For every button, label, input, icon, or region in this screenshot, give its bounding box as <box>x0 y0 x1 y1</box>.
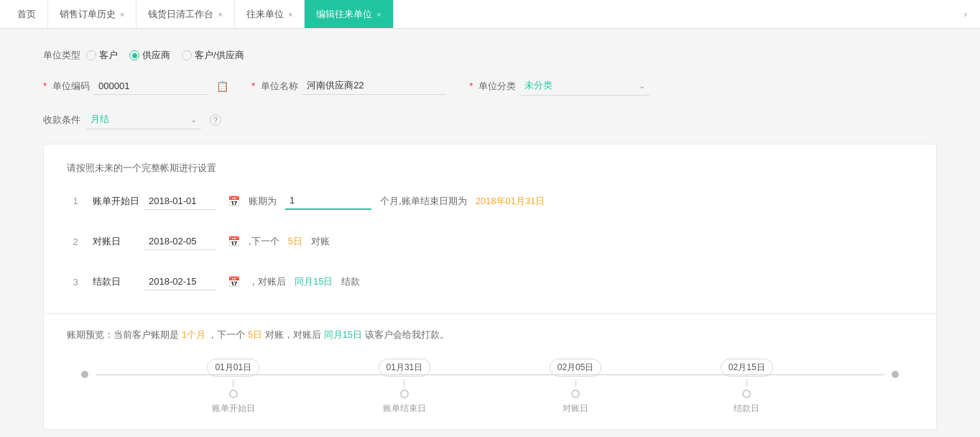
timeline-start-dot <box>81 371 88 378</box>
timeline-circle-2 <box>400 390 409 398</box>
settings-box-title: 请按照未来的一个完整帐期进行设置 <box>67 162 913 175</box>
unit-code-label: 单位编码 <box>52 80 90 93</box>
field-label-3: 结款日 <box>93 275 136 288</box>
preview-text: 账期预览：当前客户账期是 1个月 ，下一个 5日 对账，对账后 同月15日 该客… <box>67 328 913 341</box>
reconcile-date-calendar-icon[interactable]: 📅 <box>228 236 240 247</box>
unit-name-group: * 单位名称 <box>251 78 446 95</box>
radio-customer-supplier[interactable]: 客户/供应商 <box>182 49 244 62</box>
radio-customer-supplier-label: 客户/供应商 <box>195 49 244 62</box>
unit-type-label: 单位类型 <box>43 49 80 62</box>
period-value-input[interactable] <box>285 192 371 210</box>
payment-condition-row: 收款条件 月结 ⌄ ? <box>43 110 937 129</box>
payment-day-highlight: 同月15日 <box>295 275 333 288</box>
timeline-label-4: 结款日 <box>734 402 759 415</box>
period-end-date: 2018年01月31日 <box>476 195 545 208</box>
tab-partner-label: 往来单位 <box>246 8 284 21</box>
payment-condition-label: 收款条件 <box>43 114 80 126</box>
payment-condition-select[interactable]: 月结 ⌄ <box>86 110 201 129</box>
tab-home[interactable]: 首页 <box>6 0 48 28</box>
tab-sales-history[interactable]: 销售订单历史 × <box>48 0 137 28</box>
radio-customer-label: 客户 <box>99 49 118 62</box>
reconcile-date-input[interactable] <box>144 233 216 250</box>
tab-edit-partner-close[interactable]: × <box>376 10 381 19</box>
preview-middle1: ，下一个 <box>208 329 245 340</box>
timeline-items: 01月01日 账单开始日 01月31日 账单结束日 02月05日 <box>81 359 899 415</box>
main-content: 单位类型 客户 供应商 客户/供应商 * 单位编码 📋 * 单位名称 <box>0 29 980 437</box>
unit-category-value: 未分类 <box>524 79 634 92</box>
preview-middle2: 对账，对账后 <box>265 329 321 340</box>
preview-suffix: 该客户会给我打款。 <box>365 329 449 340</box>
tab-edit-partner[interactable]: 编辑往来单位 × <box>305 0 393 28</box>
tab-cash-work[interactable]: 钱货日清工作台 × <box>137 0 234 28</box>
radio-supplier-label: 供应商 <box>142 49 170 62</box>
timeline-start-circle <box>81 371 88 378</box>
payment-condition-arrow: ⌄ <box>190 115 197 124</box>
unit-type-row: 单位类型 客户 供应商 客户/供应商 <box>43 49 937 62</box>
field-label-2: 对账日 <box>93 235 136 248</box>
unit-code-group: * 单位编码 📋 <box>43 78 228 95</box>
timeline-node-2: 01月31日 账单结束日 <box>379 359 431 415</box>
settings-box: 请按照未来的一个完整帐期进行设置 1 账单开始日 📅 账期为 个月,账单结束日期… <box>43 144 937 314</box>
row-number-1: 1 <box>67 196 84 206</box>
payment-desc-suffix: 结款 <box>341 275 360 288</box>
setting-row-1: 1 账单开始日 📅 账期为 个月,账单结束日期为 2018年01月31日 <box>67 192 913 210</box>
unit-name-label: 单位名称 <box>261 80 298 93</box>
reconcile-desc-prefix: ,下一个 <box>249 235 279 248</box>
timeline-end-dot <box>892 371 899 378</box>
unit-category-label: 单位分类 <box>479 80 516 93</box>
unit-info-row: * 单位编码 📋 * 单位名称 * 单位分类 未分类 ⌄ <box>43 76 937 96</box>
setting-row-2: 2 对账日 📅 ,下一个 5日 对账 <box>67 233 913 250</box>
timeline-node-4: 02月15日 结款日 <box>721 359 773 415</box>
timeline-label-1: 账单开始日 <box>212 402 255 415</box>
unit-name-input[interactable] <box>302 78 446 95</box>
timeline-circle-4 <box>742 390 751 398</box>
field-label-1: 账单开始日 <box>93 195 136 208</box>
timeline-circle-1 <box>229 390 238 398</box>
tab-sales-history-label: 销售订单历史 <box>60 8 116 21</box>
timeline-node-1: 01月01日 账单开始日 <box>207 359 259 415</box>
timeline-label-3: 对账日 <box>563 402 588 415</box>
help-icon[interactable]: ? <box>210 114 221 126</box>
tab-partner[interactable]: 往来单位 × <box>235 0 305 28</box>
unit-category-arrow: ⌄ <box>639 81 645 91</box>
tab-edit-partner-label: 编辑往来单位 <box>316 8 372 21</box>
row-number-2: 2 <box>67 236 84 247</box>
payment-desc-prefix: ，对账后 <box>249 275 286 288</box>
period-label: 账期为 <box>249 195 277 208</box>
radio-customer[interactable]: 客户 <box>86 49 118 62</box>
copy-icon[interactable]: 📋 <box>216 80 228 92</box>
radio-customer-supplier-circle <box>182 50 192 60</box>
tabs-arrow[interactable]: › <box>957 0 974 28</box>
unit-type-radio-group: 客户 供应商 客户/供应商 <box>86 49 244 62</box>
unit-category-select[interactable]: 未分类 ⌄ <box>520 76 650 96</box>
radio-customer-circle <box>86 50 96 60</box>
timeline-end-circle <box>892 371 899 378</box>
timeline-label-2: 账单结束日 <box>383 402 426 415</box>
start-date-calendar-icon[interactable]: 📅 <box>228 196 240 207</box>
start-date-input[interactable] <box>144 193 216 210</box>
radio-supplier-circle <box>129 50 139 60</box>
preview-highlight1: 1个月 <box>182 329 205 340</box>
preview-highlight2: 5日 <box>248 329 262 340</box>
row-number-3: 3 <box>67 277 84 288</box>
setting-row-3: 3 结款日 📅 ，对账后 同月15日 结款 <box>67 273 913 290</box>
preview-prefix: 账期预览：当前客户账期是 <box>67 329 179 340</box>
tab-partner-close[interactable]: × <box>288 10 292 19</box>
reconcile-desc-suffix: 对账 <box>311 235 330 248</box>
payment-date-calendar-icon[interactable]: 📅 <box>228 276 240 288</box>
unit-code-input[interactable] <box>94 78 209 95</box>
tab-cash-work-close[interactable]: × <box>218 10 222 19</box>
timeline-circle-3 <box>571 390 580 398</box>
timeline-container: 01月01日 账单开始日 01月31日 账单结束日 02月05日 <box>67 359 913 415</box>
unit-category-group: * 单位分类 未分类 ⌄ <box>469 76 650 96</box>
radio-supplier[interactable]: 供应商 <box>129 49 170 62</box>
reconcile-day-highlight: 5日 <box>288 235 302 248</box>
tabs-bar: 首页 销售订单历史 × 钱货日清工作台 × 往来单位 × 编辑往来单位 × › <box>0 0 980 29</box>
tab-home-label: 首页 <box>17 8 36 21</box>
preview-section: 账期预览：当前客户账期是 1个月 ，下一个 5日 对账，对账后 同月15日 该客… <box>43 314 937 430</box>
payment-condition-value: 月结 <box>91 113 186 126</box>
timeline-line <box>96 374 884 375</box>
payment-date-input[interactable] <box>144 273 216 290</box>
period-unit-text: 个月,账单结束日期为 <box>380 195 467 208</box>
tab-sales-history-close[interactable]: × <box>120 10 124 19</box>
